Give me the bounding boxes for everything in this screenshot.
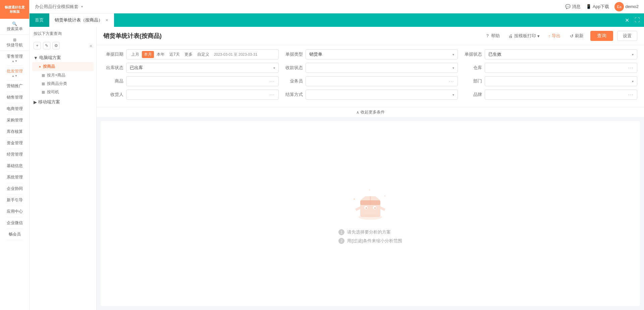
sidebar-item-operations[interactable]: 经营管理 xyxy=(7,149,23,160)
date-tab-custom[interactable]: 自定义 xyxy=(195,51,211,58)
menu-label: 基础信息 xyxy=(7,163,23,169)
user-area[interactable]: Ea demo2 xyxy=(614,2,639,11)
filter-item-dept: 部门 ▾ xyxy=(462,76,637,86)
edit-scheme-btn[interactable]: ✎ xyxy=(43,42,50,49)
receiver-label: 收货人 xyxy=(103,92,123,98)
sidebar-quick-nav[interactable]: ⊞ 快捷导航 xyxy=(0,35,29,51)
date-tab-this-month[interactable]: 本月 xyxy=(142,51,154,58)
product-more-icon[interactable]: ··· xyxy=(270,79,275,84)
main-area: 办公用品行业模拟账套 ▾ 💬 消息 📱 App下载 Ea demo2 首页 销货… xyxy=(30,0,644,310)
tab-home[interactable]: 首页 xyxy=(30,13,49,27)
sidebar-item-system[interactable]: 系统管理 xyxy=(7,172,23,183)
brand-more-icon[interactable]: ··· xyxy=(628,92,634,97)
scheme-group-mobile-header[interactable]: ▶ 移动端方案 xyxy=(32,98,94,106)
tab-sales-stats[interactable]: 销货单统计表（按商品） ✕ xyxy=(49,13,114,27)
doc-status-value: 已生效 xyxy=(488,51,501,57)
settings-btn[interactable]: 设置 xyxy=(617,31,637,41)
export-btn[interactable]: ↑ 导出 xyxy=(546,32,564,40)
sidebar-item-basic-info[interactable]: 基础信息 xyxy=(7,160,23,172)
scheme-item-by-product[interactable]: ● 按商品 xyxy=(32,62,94,71)
collapse-sidebar-btn[interactable]: « xyxy=(90,43,92,48)
scheme-item-by-month-product[interactable]: ▦ 按月+商品 xyxy=(32,71,94,80)
scheme-group-desktop-header[interactable]: ▼ 电脑端方案 xyxy=(32,53,94,62)
scheme-item-by-product-label: 按商品 xyxy=(43,64,55,69)
sidebar-item-sales[interactable]: 销售管理 xyxy=(7,92,23,103)
filter-item-product: 商品 ··· xyxy=(103,76,279,86)
filter-item-warehouse: 仓库 ··· xyxy=(462,63,637,73)
chevron-right-icon: ▶ xyxy=(34,100,37,105)
industry-label[interactable]: 办公用品行业模拟账套 xyxy=(35,4,78,10)
refresh-btn[interactable]: ↺ 刷新 xyxy=(567,32,586,40)
sidebar-item-retail[interactable]: 零售管理▲▼ xyxy=(7,51,23,66)
sidebar-search[interactable]: 🔍 搜索菜单 xyxy=(0,19,29,35)
avatar: Ea xyxy=(614,2,624,11)
payment-method-label: 结算方式 xyxy=(283,92,303,98)
sidebar-item-wholesale[interactable]: 批发管理▲▼ xyxy=(7,66,23,81)
filter-item-date: 单据日期 上月 本月 本年 近7天 更多 自定义 2023-03-01 至 20… xyxy=(103,49,279,59)
template-print-label: 按模板打印 xyxy=(514,33,536,39)
sidebar-item-finance[interactable]: 资金管理 xyxy=(7,138,23,149)
dept-select[interactable]: ▾ xyxy=(485,76,637,86)
menu-label: 企业协同 xyxy=(7,186,23,192)
template-print-btn[interactable]: 🖨 按模板打印 ▾ xyxy=(506,32,542,40)
receiver-more-icon[interactable]: ··· xyxy=(270,92,275,97)
filter-item-receiver: 收货人 ··· xyxy=(103,90,279,100)
sidebar-item-enterprise[interactable]: 企业协同 xyxy=(7,183,23,195)
menu-label: 资金管理 xyxy=(7,140,23,146)
active-scheme-icon: ● xyxy=(39,65,41,68)
scheme-item-by-category[interactable]: ▦ 按商品分类 xyxy=(32,80,94,88)
date-tab-7days[interactable]: 近7天 xyxy=(167,51,182,58)
salesperson-more-icon[interactable]: ··· xyxy=(449,79,454,84)
add-scheme-btn[interactable]: + xyxy=(34,42,41,49)
date-tab-more[interactable]: 更多 xyxy=(182,51,195,58)
sidebar-item-wechat[interactable]: 企业微信 xyxy=(7,217,23,229)
sidebar-item-marketing[interactable]: 营销推广 xyxy=(7,81,23,92)
sidebar-item-guide[interactable]: 新手引导 xyxy=(7,195,23,206)
help-btn[interactable]: ？ 帮助 xyxy=(483,32,502,40)
payment-select[interactable]: ▾ xyxy=(306,63,458,73)
sidebar-item-ecommerce[interactable]: 电商管理 xyxy=(7,103,23,115)
salesperson-select[interactable]: ··· xyxy=(306,76,458,86)
sidebar-menu: 零售管理▲▼批发管理▲▼营销推广销售管理电商管理采购管理库存核算资金管理经营管理… xyxy=(7,51,23,240)
sidebar-item-procurement[interactable]: 采购管理 xyxy=(7,115,23,126)
warehouse-more-icon[interactable]: ··· xyxy=(628,65,634,70)
app-download-btn[interactable]: 📱 App下载 xyxy=(586,4,609,10)
sidebar-item-member[interactable]: 畅会员 xyxy=(7,229,23,240)
sidebar-item-inventory[interactable]: 库存核算 xyxy=(7,126,23,138)
doc-type-select[interactable]: 销货单 ▾ xyxy=(306,49,458,59)
page-title-row: 销货单统计表(按商品) ？ 帮助 🖨 按模板打印 ▾ ↑ xyxy=(103,31,637,41)
doc-status-select[interactable]: 已生效 ▾ xyxy=(485,49,637,59)
scheme-item-by-cashier[interactable]: ▦ 按司机 xyxy=(32,88,94,96)
scheme-item-by-category-label: 按商品分类 xyxy=(47,81,67,87)
sidebar-item-app-center[interactable]: 应用中心 xyxy=(7,206,23,217)
date-tab-this-year[interactable]: 本年 xyxy=(155,51,167,58)
warehouse-select[interactable]: ··· xyxy=(485,63,637,73)
table-icon-2: ▦ xyxy=(42,82,45,86)
collapse-icon: ∧ xyxy=(356,110,359,115)
search-icon: 🔍 xyxy=(12,21,17,26)
tab-close-icon[interactable]: ✕ xyxy=(105,18,108,22)
query-btn[interactable]: 查询 xyxy=(590,31,613,41)
tab-expand-btn[interactable]: ⛶ xyxy=(633,16,641,24)
brand-select[interactable]: ··· xyxy=(485,90,637,100)
filter-sidebar-tools: + ✎ ⚙ « xyxy=(32,42,94,49)
template-print-arrow-icon: ▾ xyxy=(537,34,540,39)
date-selector[interactable]: 上月 本月 本年 近7天 更多 自定义 2023-03-01 至 2023-03… xyxy=(126,49,279,59)
date-tab-last-month[interactable]: 上月 xyxy=(129,51,141,58)
payment-method-select[interactable]: ▾ xyxy=(306,90,458,100)
menu-label: 库存核算 xyxy=(7,129,23,135)
sidebar-search-label: 搜索菜单 xyxy=(7,26,23,32)
table-icon-3: ▦ xyxy=(42,90,45,94)
message-btn[interactable]: 💬 消息 xyxy=(565,4,581,10)
receiver-select[interactable]: ··· xyxy=(126,90,279,100)
collapse-more-btn[interactable]: ∧ 收起更多条件 xyxy=(97,107,644,117)
svg-text:✦: ✦ xyxy=(353,197,356,201)
doc-status-label: 单据状态 xyxy=(462,51,482,57)
tab-sales-stats-label: 销货单统计表（按商品） xyxy=(55,17,103,23)
outbound-select[interactable]: 已出库 ▾ xyxy=(126,63,279,73)
settings-scheme-btn[interactable]: ⚙ xyxy=(52,42,60,49)
tab-close-all-btn[interactable]: ✕ xyxy=(624,16,631,25)
menu-label: 新手引导 xyxy=(7,197,23,203)
logo-area: 畅捷通好生意 标账版 xyxy=(0,0,29,19)
product-select[interactable]: ··· xyxy=(126,76,279,86)
